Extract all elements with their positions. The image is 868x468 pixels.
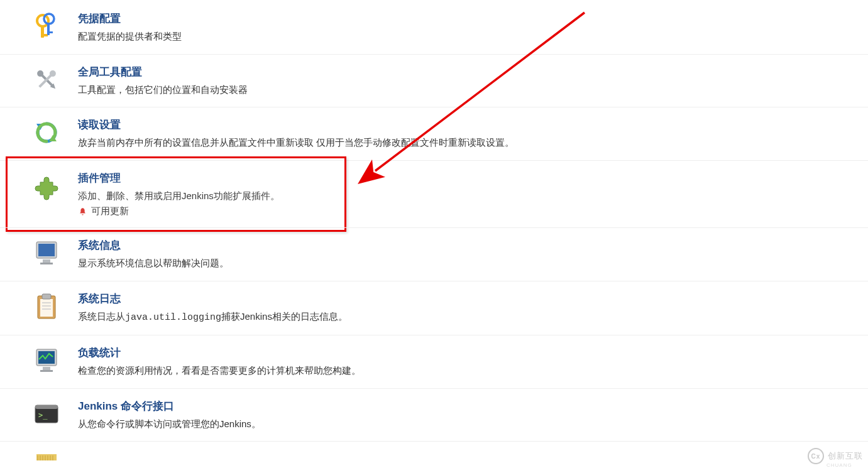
svg-text:>_: >_ — [38, 411, 48, 420]
script-icon — [31, 452, 78, 463]
update-available-line: 可用更新 — [78, 205, 868, 217]
item-description: 添加、删除、禁用或启用Jenkins功能扩展插件。 — [78, 189, 868, 204]
menu-item-load-statistics[interactable]: 负载统计 检查您的资源利用情况，看看是否需要更多的计算机来帮助您构建。 — [0, 335, 868, 388]
clipboard-icon — [31, 291, 78, 322]
plugin-icon — [31, 171, 78, 201]
menu-item-reload-config[interactable]: 读取设置 放弃当前内存中所有的设置信息并从配置文件中重新读取 仅用于当您手动修改… — [0, 107, 868, 160]
item-description: 配置凭据的提供者和类型 — [78, 30, 868, 44]
watermark: Cx 创新互联 CHUANG XIN HU LIAN — [808, 448, 863, 463]
item-title[interactable]: Jenkins 命令行接口 — [78, 399, 174, 413]
tools-icon — [31, 65, 78, 95]
menu-item-global-tool-config[interactable]: 全局工具配置 工具配置，包括它们的位置和自动安装器 — [0, 54, 868, 107]
svg-rect-15 — [40, 299, 53, 317]
menu-item-jenkins-cli[interactable]: >_ Jenkins 命令行接口 从您命令行或脚本访问或管理您的Jenkins。 — [0, 388, 868, 442]
menu-item-credentials-config[interactable]: 凭据配置 配置凭据的提供者和类型 — [0, 1, 868, 54]
svg-rect-22 — [43, 367, 50, 370]
item-title[interactable]: 全局工具配置 — [78, 65, 142, 79]
monitor-icon — [31, 238, 78, 268]
menu-item-plugin-manager[interactable]: 插件管理 添加、删除、禁用或启用Jenkins功能扩展插件。 可用更新 — [0, 160, 868, 228]
bell-icon — [78, 206, 87, 217]
item-description: 从您命令行或脚本访问或管理您的Jenkins。 — [78, 417, 868, 432]
item-title[interactable]: 系统信息 — [78, 238, 121, 253]
watermark-text: 创新互联 — [828, 450, 863, 462]
svg-rect-5 — [47, 31, 53, 33]
item-title[interactable]: 凭据配置 — [78, 11, 121, 26]
refresh-icon — [31, 117, 78, 148]
svg-rect-13 — [40, 263, 53, 264]
monitor-chart-icon — [31, 346, 78, 376]
item-description: 工具配置，包括它们的位置和自动安装器 — [78, 83, 868, 97]
item-description: 系统日志从java.util.logging捕获Jenkins相关的日志信息。 — [78, 310, 868, 325]
item-description: 放弃当前内存中所有的设置信息并从配置文件中重新读取 仅用于当您手动修改配置文件时… — [78, 136, 868, 150]
svg-rect-2 — [41, 34, 48, 36]
watermark-logo-icon: Cx — [808, 448, 824, 463]
svg-rect-27 — [36, 454, 57, 460]
menu-item-system-log[interactable]: 系统日志 系统日志从java.util.logging捕获Jenkins相关的日… — [0, 281, 868, 335]
item-description: 显示系统环境信息以帮助解决问题。 — [78, 256, 868, 271]
item-description: 检查您的资源利用情况，看看是否需要更多的计算机来帮助您构建。 — [78, 364, 868, 378]
svg-rect-25 — [35, 405, 58, 409]
svg-rect-11 — [38, 244, 55, 256]
menu-item-partial[interactable] — [0, 441, 868, 463]
item-title[interactable]: 插件管理 — [78, 171, 121, 185]
svg-rect-12 — [43, 259, 50, 263]
menu-item-system-info[interactable]: 系统信息 显示系统环境信息以帮助解决问题。 — [0, 227, 868, 281]
svg-point-0 — [37, 15, 48, 26]
item-title[interactable]: 系统日志 — [78, 291, 121, 306]
item-title[interactable]: 读取设置 — [78, 117, 121, 132]
item-title[interactable]: 负载统计 — [78, 346, 121, 360]
credentials-icon — [31, 11, 78, 41]
terminal-icon: >_ — [31, 399, 78, 429]
svg-rect-16 — [42, 294, 51, 299]
update-text: 可用更新 — [91, 205, 129, 217]
svg-rect-23 — [40, 370, 53, 372]
